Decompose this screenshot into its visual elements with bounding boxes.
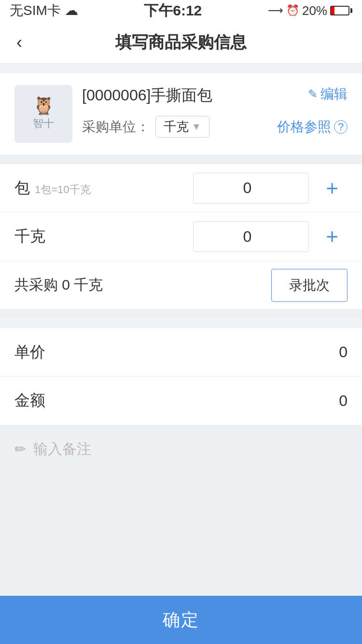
amount-row: 金额 0 [0, 377, 362, 425]
amount-label: 金额 [14, 390, 45, 411]
summary-text: 共采购 0 千克 [14, 275, 103, 295]
bao-input[interactable] [193, 173, 309, 204]
summary-section: 共采购 0 千克 录批次 [0, 261, 362, 309]
clock-icon: ⏰ [286, 4, 299, 17]
section-divider-1 [0, 154, 362, 164]
product-card: 🦉 智十 [0000006]手撕面包 ✎ 编辑 采购单位： 千克 ▼ 价格参照 … [0, 73, 362, 154]
logo-text: 智十 [33, 116, 54, 131]
kg-input-row: 千克 + [0, 212, 362, 261]
bao-field-wrapper: + [91, 173, 348, 204]
edit-button[interactable]: ✎ 编辑 [308, 85, 348, 103]
status-bar: 无SIM卡 ☁ 下午6:12 ⟶ ⏰ 20% [0, 0, 362, 21]
unit-price-value: 0 [339, 343, 348, 361]
price-ref-button[interactable]: 价格参照 ? [277, 118, 348, 136]
edit-icon: ✎ [308, 87, 318, 101]
nav-bar: ‹ 填写商品采购信息 [0, 21, 362, 64]
dropdown-arrow: ▼ [192, 121, 201, 132]
kg-input[interactable] [193, 221, 309, 252]
product-name: [0000006]手撕面包 [82, 85, 300, 106]
summary-row: 共采购 0 千克 录批次 [0, 261, 362, 309]
kg-label: 千克 [14, 226, 72, 247]
quantity-input-section: 包 1包=10千克 + 千克 + [0, 164, 362, 261]
unit-label: 采购单位： [82, 118, 150, 136]
confirm-bar[interactable]: 确定 [0, 596, 362, 644]
amount-value: 0 [339, 392, 348, 410]
bao-label: 包 1包=10千克 [14, 178, 91, 199]
remark-placeholder: 输入备注 [33, 439, 91, 459]
status-left: 无SIM卡 ☁ [10, 1, 78, 20]
unit-price-label: 单价 [14, 342, 45, 363]
unit-select[interactable]: 千克 ▼ [155, 116, 209, 138]
kg-field-wrapper: + [72, 221, 348, 252]
bao-sub-label: 1包=10千克 [35, 182, 91, 197]
page-title: 填写商品采购信息 [115, 31, 247, 54]
confirm-button[interactable]: 确定 [163, 608, 199, 632]
kg-plus-button[interactable]: + [317, 221, 348, 252]
batch-button[interactable]: 录批次 [271, 269, 348, 302]
unit-price-row: 单价 0 [0, 328, 362, 377]
location-icon: ⟶ [268, 4, 283, 17]
product-info: [0000006]手撕面包 ✎ 编辑 采购单位： 千克 ▼ 价格参照 ? [82, 85, 348, 138]
help-icon: ? [334, 120, 348, 134]
pencil-icon: ✏ [14, 441, 26, 457]
section-divider-2 [0, 309, 362, 319]
owl-icon: 🦉 [33, 97, 55, 114]
back-button[interactable]: ‹ [12, 28, 27, 57]
remark-section[interactable]: ✏ 输入备注 [0, 425, 362, 483]
battery-percent: 20% [302, 3, 327, 18]
bao-input-row: 包 1包=10千克 + [0, 164, 362, 212]
status-time: 下午6:12 [144, 1, 202, 21]
edit-label: 编辑 [320, 85, 348, 103]
bao-plus-button[interactable]: + [317, 173, 348, 204]
battery-icon [330, 6, 352, 15]
product-image: 🦉 智十 [14, 85, 72, 143]
price-ref-label: 价格参照 [277, 118, 331, 136]
no-sim-text: 无SIM卡 ☁ [10, 1, 78, 20]
status-right: ⟶ ⏰ 20% [268, 3, 352, 18]
unit-value: 千克 [164, 118, 189, 135]
price-section: 单价 0 金额 0 [0, 328, 362, 425]
